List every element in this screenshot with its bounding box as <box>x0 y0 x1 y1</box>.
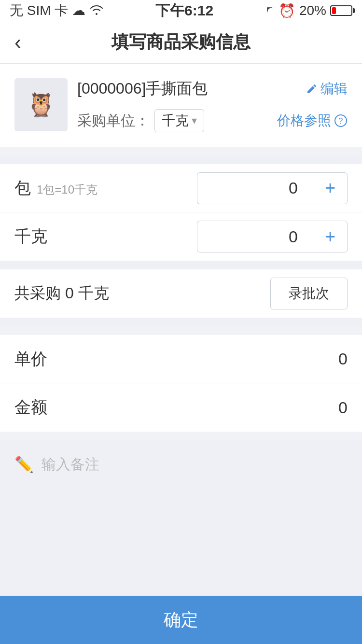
product-unit-row: 采购单位： 千克 ▾ 价格参照 ? <box>77 109 348 132</box>
unit-price-row: 单价 0 <box>0 335 362 383</box>
nav-bar: ‹ 填写商品采购信息 <box>0 21 362 64</box>
sim-label: 无 SIM 卡 ☁ <box>10 1 85 20</box>
product-info: [0000006]手撕面包 编辑 采购单位： 千克 ▾ 价格 <box>77 78 348 132</box>
edit-button[interactable]: 编辑 <box>306 80 348 98</box>
pencil-icon: ✏️ <box>14 455 34 474</box>
status-bar: 无 SIM 卡 ☁ 下午6:12 ⏰ 20% <box>0 0 362 21</box>
svg-text:?: ? <box>339 117 343 125</box>
unit-price-value: 0 <box>338 350 348 368</box>
bag-plus-button[interactable]: + <box>313 172 348 204</box>
wifi-icon <box>89 3 104 18</box>
confirm-text: 确定 <box>164 608 198 632</box>
location-icon <box>265 3 275 18</box>
amount-row: 金额 0 <box>0 383 362 432</box>
amount-value: 0 <box>338 398 348 417</box>
bag-qty-input[interactable] <box>197 172 313 204</box>
battery-percent: 20% <box>299 3 326 18</box>
bag-label-group: 包 1包=10千克 <box>14 177 111 199</box>
bag-input-right: + <box>111 172 348 204</box>
kg-plus-button[interactable]: + <box>313 221 348 252</box>
status-time: 下午6:12 <box>155 1 213 21</box>
back-button[interactable]: ‹ <box>14 31 21 54</box>
product-logo: 🦉 <box>27 91 56 118</box>
remark-placeholder: 输入备注 <box>42 455 99 475</box>
remark-section[interactable]: ✏️ 输入备注 <box>0 440 362 489</box>
kg-input-right: + <box>111 221 348 252</box>
product-name: [0000006]手撕面包 <box>77 78 208 99</box>
total-unit: 千克 <box>78 284 109 302</box>
page-title: 填写商品采购信息 <box>111 30 251 54</box>
battery-icon <box>330 5 352 16</box>
input-section: 包 1包=10千克 + 千克 + <box>0 164 362 261</box>
product-card: 🦉 [0000006]手撕面包 编辑 采购单位： 千克 ▾ <box>0 64 362 147</box>
divider-2 <box>0 261 362 269</box>
product-header: [0000006]手撕面包 编辑 <box>77 78 348 99</box>
unit-label: 采购单位： <box>77 111 150 131</box>
unit-value: 千克 <box>162 112 189 130</box>
amount-label: 金额 <box>14 396 47 419</box>
confirm-bar[interactable]: 确定 <box>0 596 362 644</box>
product-thumbnail: 🦉 <box>14 78 68 131</box>
kg-qty-input[interactable] <box>197 221 313 252</box>
bag-label: 包 <box>14 177 31 199</box>
total-text: 共采购 0 千克 <box>14 283 109 304</box>
status-right: ⏰ 20% <box>265 3 352 19</box>
unit-price-label: 单价 <box>14 348 47 370</box>
kg-label-group: 千克 <box>14 225 111 248</box>
bag-input-row: 包 1包=10千克 + <box>0 164 362 212</box>
bag-label-sub: 1包=10千克 <box>37 182 97 197</box>
divider-1 <box>0 155 362 164</box>
total-amount-value: 0 <box>65 284 74 302</box>
price-section: 单价 0 金额 0 <box>0 335 362 432</box>
unit-dropdown-arrow: ▾ <box>192 114 197 127</box>
kg-label: 千克 <box>14 225 47 248</box>
alarm-icon: ⏰ <box>278 3 295 19</box>
status-left: 无 SIM 卡 ☁ <box>10 1 104 20</box>
kg-input-row: 千克 + <box>0 212 362 261</box>
batch-button[interactable]: 录批次 <box>270 278 348 309</box>
unit-select[interactable]: 千克 ▾ <box>154 109 204 132</box>
divider-3 <box>0 318 362 326</box>
price-ref-button[interactable]: 价格参照 ? <box>277 112 348 130</box>
main-content: 🦉 [0000006]手撕面包 编辑 采购单位： 千克 ▾ <box>0 64 362 644</box>
total-row: 共采购 0 千克 录批次 <box>0 269 362 318</box>
